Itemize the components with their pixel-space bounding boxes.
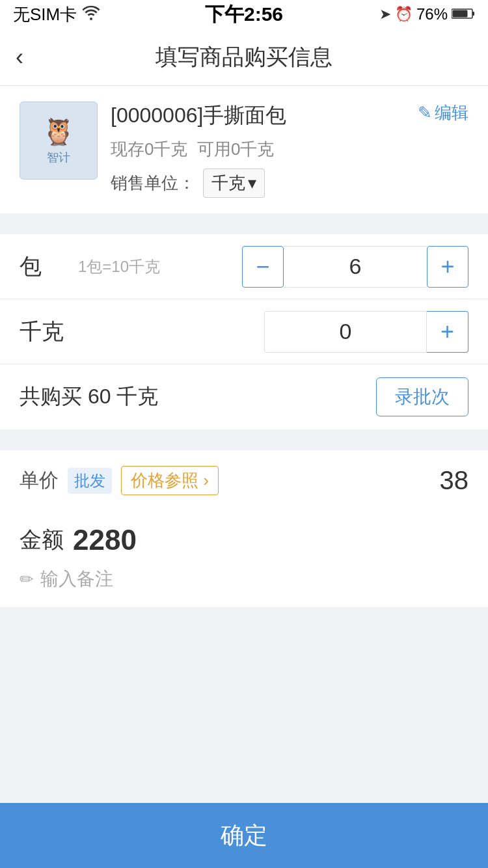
amount-row: 金额 2280	[20, 524, 468, 556]
kg-controls: +	[264, 311, 468, 353]
page-title: 填写商品购买信息	[156, 42, 332, 72]
svg-rect-2	[453, 10, 468, 18]
back-button[interactable]: ‹	[16, 44, 23, 71]
kg-label: 千克	[20, 317, 72, 347]
price-label: 单价	[20, 467, 59, 494]
edit-button[interactable]: ✎ 编辑	[418, 102, 468, 124]
price-section: 单价 批发 价格参照 › 38	[0, 450, 488, 508]
alarm-icon: ⏰	[395, 6, 413, 23]
price-tag: 批发	[68, 468, 112, 494]
product-thumb-icon: 🦉	[42, 116, 75, 147]
product-section: 🦉 智计 [0000006]手撕面包 现存0千克 可用0千克 销售单位： 千克 …	[0, 86, 488, 213]
summary-text: 共购买 60 千克	[20, 383, 158, 411]
note-icon: ✏	[20, 569, 34, 590]
kg-increase-button[interactable]: +	[427, 311, 468, 353]
unit-select[interactable]: 千克 ▾	[203, 169, 265, 198]
product-thumb-brand: 智计	[47, 150, 70, 165]
svg-rect-1	[472, 12, 474, 16]
battery-icon	[452, 5, 475, 23]
status-right: ➤ ⏰ 76%	[379, 5, 475, 23]
price-ref-button[interactable]: 价格参照 ›	[121, 466, 219, 495]
nav-bar: ‹ 填写商品购买信息	[0, 29, 488, 86]
amount-section: 金额 2280 ✏ 输入备注	[0, 508, 488, 607]
status-time: 下午2:56	[205, 1, 283, 28]
product-stock: 现存0千克 可用0千克	[111, 138, 468, 161]
status-bar: 无SIM卡 下午2:56 ➤ ⏰ 76%	[0, 0, 488, 29]
confirm-button[interactable]: 确定	[0, 803, 488, 868]
kg-input[interactable]	[264, 311, 427, 353]
summary-quantity: 60	[88, 385, 111, 408]
product-thumbnail: 🦉 智计	[20, 102, 98, 180]
edit-icon: ✎	[418, 103, 432, 123]
note-placeholder[interactable]: 输入备注	[40, 567, 113, 591]
bao-row: 包 1包=10千克 − +	[0, 234, 488, 299]
batch-button[interactable]: 录批次	[376, 377, 468, 416]
carrier-text: 无SIM卡	[13, 3, 77, 26]
bao-label: 包	[20, 252, 72, 282]
bao-controls: − +	[242, 246, 468, 288]
bao-decrease-button[interactable]: −	[242, 246, 284, 288]
status-left: 无SIM卡	[13, 3, 100, 26]
bao-increase-button[interactable]: +	[427, 246, 468, 288]
wifi-icon	[82, 5, 100, 25]
unit-label: 销售单位：	[111, 172, 195, 195]
separator-1	[0, 224, 488, 234]
price-value: 38	[440, 466, 469, 495]
amount-label: 金额	[20, 525, 64, 555]
unit-dropdown-icon: ▾	[248, 173, 256, 193]
amount-value: 2280	[73, 524, 137, 556]
battery-percent: 76%	[416, 5, 448, 23]
location-arrow-icon: ➤	[379, 6, 391, 23]
separator-2	[0, 440, 488, 450]
bao-hint: 1包=10千克	[78, 256, 242, 277]
bao-input[interactable]	[284, 246, 427, 288]
input-section: 包 1包=10千克 − + 千克 +	[0, 234, 488, 364]
kg-row: 千克 +	[0, 299, 488, 364]
product-info: [0000006]手撕面包 现存0千克 可用0千克 销售单位： 千克 ▾	[111, 102, 468, 198]
note-row[interactable]: ✏ 输入备注	[20, 567, 468, 591]
price-row: 单价 批发 价格参照 › 38	[20, 466, 468, 495]
product-unit-row: 销售单位： 千克 ▾	[111, 169, 468, 198]
product-name: [0000006]手撕面包	[111, 102, 468, 130]
summary-section: 共购买 60 千克 录批次	[0, 364, 488, 429]
